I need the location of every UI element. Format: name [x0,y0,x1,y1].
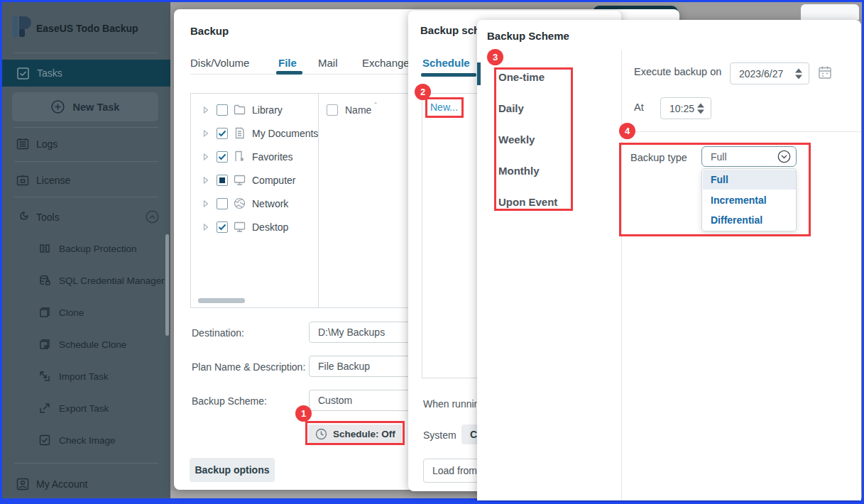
sidebar-item-backup-protection[interactable]: Backup Protection [2,237,170,260]
tree-row-computer[interactable]: Computer [191,168,317,192]
date-spinner[interactable]: 2023/6/27 [730,62,809,84]
sidebar-item-label: Export Task [59,403,109,414]
active-tab-underline [421,73,476,77]
panel-divider [621,50,622,500]
spinner-arrows-icon[interactable] [795,68,802,79]
checkbox-partial[interactable] [217,175,228,186]
tree-label: My Documents [252,128,318,139]
sidebar-item-label: Import Task [59,371,109,382]
tree-label: Desktop [252,221,288,233]
option-differential[interactable]: Differential [703,210,796,230]
divider [14,463,158,464]
schedule-type-daily[interactable]: Daily [498,102,524,114]
section-divider [621,131,861,132]
folder-icon [234,104,246,116]
sidebar-item-import-task[interactable]: Import Task [2,365,170,388]
expander-icon[interactable] [203,200,209,207]
schedule-off-button[interactable]: Schedule: Off [308,424,402,443]
tree-row-network[interactable]: Network [191,192,317,215]
selected-item-indicator [477,62,481,85]
backup-protection-icon [39,243,50,254]
sidebar-item-clone[interactable]: Clone [2,301,170,324]
system-label: System [423,429,456,441]
chevron-up-circle-icon[interactable] [146,210,159,224]
sidebar-item-sql-credential-manager[interactable]: SQL Credential Manager [2,269,170,292]
schedule-type-one-time[interactable]: One-time [498,71,545,83]
new-task-button[interactable]: New Task [12,92,158,121]
sidebar-item-label: Tasks [37,67,62,79]
option-incremental[interactable]: Incremental [703,190,796,210]
schedule-type-monthly[interactable]: Monthly [498,165,540,177]
tab-exchange[interactable]: Exchange [362,57,410,69]
sidebar-item-label: My Account [36,478,87,490]
annotation-step-1: 1 [295,405,312,422]
schedule-type-upon-event[interactable]: Upon Event [498,196,557,208]
expander-icon[interactable] [203,153,209,160]
sidebar-item-label: Backup Protection [59,243,137,254]
tree-row-library[interactable]: Library [191,98,317,121]
import-task-icon [39,371,50,382]
backup-type-options: Full Incremental Differential [701,168,797,231]
sidebar-item-tasks[interactable]: Tasks [2,60,170,87]
sidebar-item-export-task[interactable]: Export Task [2,397,170,420]
divider [14,53,158,53]
schedule-type-weekly[interactable]: Weekly [498,133,535,146]
time-spinner[interactable]: 10:25 [660,97,711,119]
sidebar-item-my-account[interactable]: My Account [2,472,170,496]
name-column-label: Name [345,104,371,116]
expander-icon[interactable] [203,106,209,114]
checkbox-unchecked[interactable] [217,104,228,116]
backup-options-button[interactable]: Backup options [190,458,275,482]
spinner-arrows-icon[interactable] [697,103,704,114]
export-task-icon [39,402,50,414]
favorites-icon [234,150,246,163]
backup-scheme-dialog: Backup Scheme One-time Daily Weekly Mont… [477,20,861,500]
sidebar-item-label: Clone [59,307,84,318]
sidebar-item-check-image[interactable]: Check Image [2,429,170,451]
divider [14,161,158,162]
annotation-step-4: 4 [619,123,635,139]
checkbox-checked[interactable] [217,151,228,163]
sort-ascending-icon[interactable]: ˆ [374,102,377,110]
calendar-icon[interactable] [818,65,832,80]
tab-file[interactable]: File [278,57,297,69]
tools-icon [16,211,29,224]
new-schedule-link[interactable]: New... [430,102,458,113]
option-full[interactable]: Full [703,170,796,190]
tab-schedule[interactable]: Schedule [422,57,470,69]
sidebar-item-label: Schedule Clone [59,339,126,350]
expander-icon[interactable] [203,177,209,184]
dialog-title: Backup Scheme [487,30,569,42]
sidebar-item-logs[interactable]: Logs [2,132,170,156]
checkbox-checked[interactable] [217,128,228,139]
select-all-checkbox[interactable] [327,104,338,116]
sidebar-item-schedule-clone[interactable]: Schedule Clone [2,333,170,356]
horizontal-scrollbar[interactable] [198,298,245,303]
at-label: At [634,102,644,113]
network-icon [234,197,246,209]
checkbox-checked[interactable] [217,221,228,233]
time-value: 10:25 [669,103,694,114]
document-icon [234,127,246,139]
app-root: EaseUS Todo Backup Tasks New Task Logs L… [0,0,864,504]
window-corner-peek [801,4,859,20]
execute-backup-label: Execute backup on [634,66,721,77]
chevron-down-circle-icon[interactable] [777,150,791,163]
tree-row-desktop[interactable]: Desktop [191,215,317,239]
annotation-step-2: 2 [415,84,431,100]
backup-type-dropdown[interactable]: Full [701,146,797,167]
check-image-icon [39,434,50,446]
tab-mail[interactable]: Mail [318,57,338,69]
tab-disk-volume[interactable]: Disk/Volume [190,57,249,69]
checkbox-unchecked[interactable] [217,198,228,209]
sidebar-scrollbar[interactable] [165,234,169,336]
desktop-icon [234,221,246,233]
easeus-logo-icon [12,16,31,37]
expander-icon[interactable] [203,224,209,231]
computer-icon [234,174,246,186]
sidebar-item-license[interactable]: License [2,168,170,192]
tree-row-favorites[interactable]: Favorites [191,145,317,168]
expander-icon[interactable] [203,130,209,137]
tree-row-my-documents[interactable]: My Documents [191,121,317,145]
my-account-icon [16,478,29,491]
